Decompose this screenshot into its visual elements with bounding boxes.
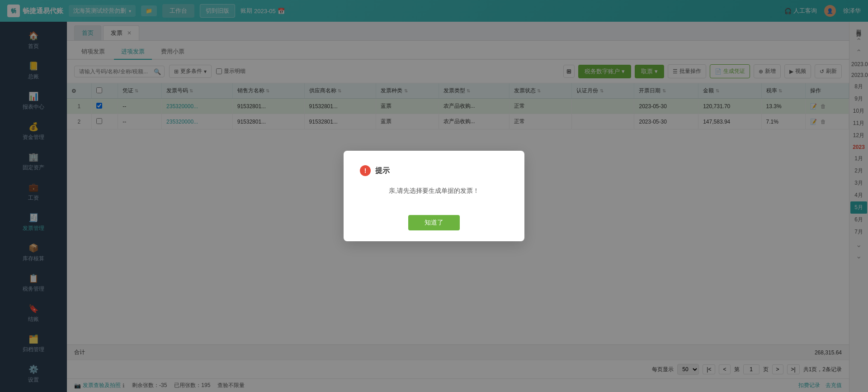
modal-overlay: ! 提示 亲,请先选择要生成单据的发票！ 知道了 — [0, 0, 868, 392]
modal-dialog: ! 提示 亲,请先选择要生成单据的发票！ 知道了 — [344, 151, 524, 241]
modal-message: 亲,请先选择要生成单据的发票！ — [389, 183, 479, 199]
modal-footer: 知道了 — [344, 210, 524, 241]
warning-icon: ! — [360, 165, 371, 176]
modal-ok-button[interactable]: 知道了 — [408, 215, 460, 230]
modal-body: ! 提示 亲,请先选择要生成单据的发票！ — [344, 151, 524, 210]
modal-title: 提示 — [375, 166, 390, 176]
modal-title-row: ! 提示 — [360, 165, 390, 176]
